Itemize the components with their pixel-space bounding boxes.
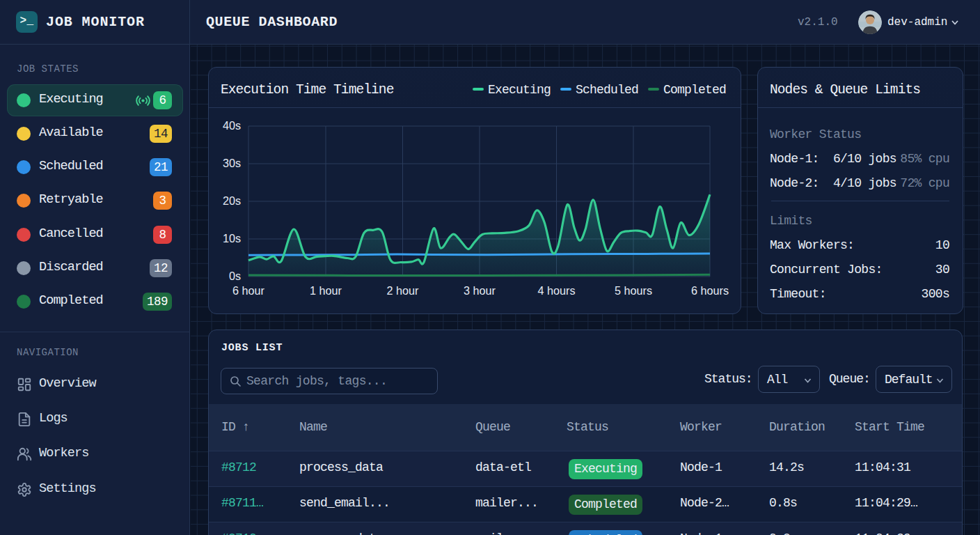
- svg-text:30s: 30s: [223, 157, 241, 169]
- svg-text:0s: 0s: [229, 270, 241, 282]
- svg-text:10s: 10s: [223, 232, 241, 245]
- svg-text:6 hours: 6 hours: [691, 284, 729, 297]
- svg-text:40s: 40s: [223, 119, 241, 132]
- svg-text:5 hours: 5 hours: [615, 284, 652, 297]
- svg-text:3 hour: 3 hour: [464, 284, 496, 297]
- svg-text:20s: 20s: [223, 194, 241, 207]
- svg-text:1 hour: 1 hour: [310, 284, 342, 297]
- svg-text:2 hour: 2 hour: [387, 284, 420, 297]
- svg-text:4 hours: 4 hours: [538, 284, 576, 297]
- svg-text:6 hour: 6 hour: [232, 284, 265, 297]
